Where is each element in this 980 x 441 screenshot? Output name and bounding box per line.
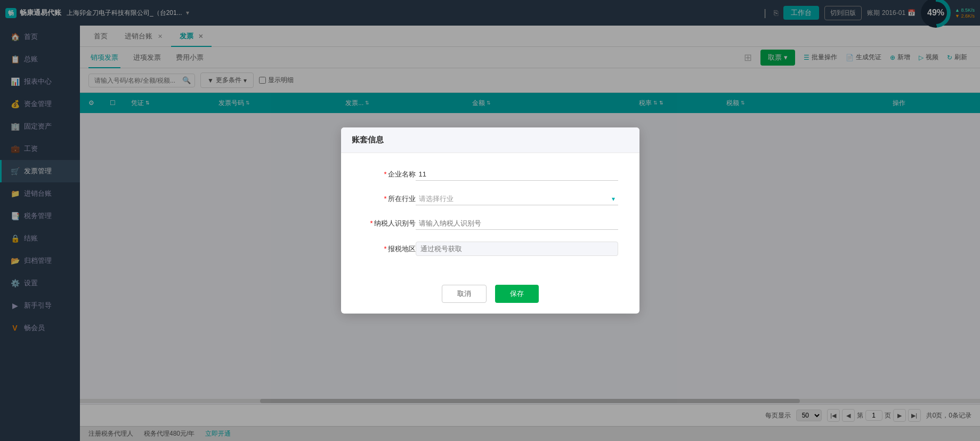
industry-label: *所在行业 [362,194,416,204]
tax-id-input[interactable] [416,217,618,230]
dialog-title: 账套信息 [352,135,384,144]
dialog: 账套信息 *企业名称 *所在行业 请选择行业 ▾ [341,127,639,314]
form-row-industry: *所在行业 请选择行业 ▾ [362,193,618,205]
cancel-button[interactable]: 取消 [442,285,487,303]
company-name-label: *企业名称 [362,170,416,179]
dialog-body: *企业名称 *所在行业 请选择行业 ▾ *纳税人识别号 [341,153,639,278]
dialog-header: 账套信息 [341,127,639,153]
dialog-footer: 取消 保存 [341,278,639,314]
tax-region-input [416,242,618,256]
save-button[interactable]: 保存 [495,285,539,303]
industry-dropdown-icon: ▾ [612,195,615,203]
form-row-company: *企业名称 [362,168,618,181]
industry-select[interactable]: 请选择行业 [416,193,618,205]
tax-region-label: *报税地区 [362,244,416,254]
form-row-tax-id: *纳税人识别号 [362,217,618,230]
company-name-input[interactable] [416,168,618,181]
industry-select-wrap: 请选择行业 ▾ [416,193,618,205]
modal-overlay: 账套信息 *企业名称 *所在行业 请选择行业 ▾ [0,0,980,441]
form-row-tax-region: *报税地区 [362,242,618,256]
tax-id-label: *纳税人识别号 [362,219,416,228]
